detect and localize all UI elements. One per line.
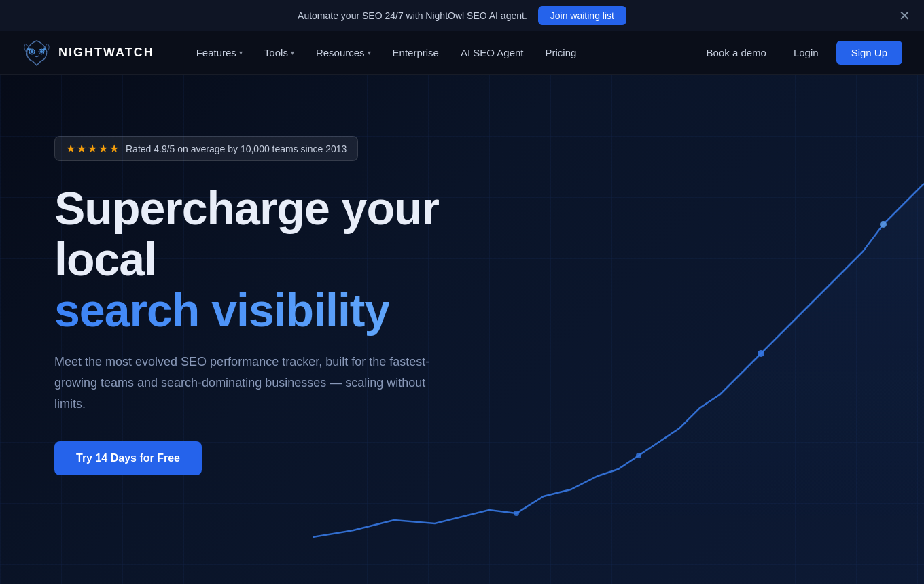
- svg-point-6: [758, 350, 764, 357]
- svg-point-2: [31, 50, 33, 53]
- book-demo-button[interactable]: Book a demo: [697, 41, 776, 64]
- star-3: ★: [88, 142, 97, 155]
- star-2: ★: [77, 142, 86, 155]
- star-4: ★: [99, 142, 108, 155]
- nav-item-enterprise[interactable]: Enterprise: [383, 41, 448, 64]
- hero-title: Supercharge your local search visibility: [54, 183, 530, 335]
- nav-item-resources[interactable]: Resources ▾: [306, 41, 380, 64]
- svg-point-4: [514, 511, 519, 516]
- svg-point-7: [880, 221, 887, 228]
- logo-text: NIGHTWATCH: [58, 46, 154, 60]
- hero-subtitle: Meet the most evolved SEO performance tr…: [54, 351, 448, 414]
- star-1: ★: [66, 142, 75, 155]
- announcement-bar: Automate your SEO 24/7 with NightOwl SEO…: [0, 0, 924, 31]
- nav-right: Book a demo Login Sign Up: [697, 41, 902, 65]
- nav-item-features[interactable]: Features ▾: [187, 41, 252, 64]
- try-free-button[interactable]: Try 14 Days for Free: [54, 441, 202, 475]
- star-5: ★: [109, 142, 119, 155]
- login-button[interactable]: Login: [784, 41, 828, 64]
- rating-text: Rated 4.9/5 on average by 10,000 teams s…: [126, 143, 346, 154]
- signup-button[interactable]: Sign Up: [836, 41, 902, 65]
- chevron-down-icon: ▾: [291, 49, 294, 56]
- logo-link[interactable]: NIGHTWATCH: [22, 38, 154, 68]
- svg-point-5: [636, 453, 641, 458]
- star-rating: ★ ★ ★ ★ ★: [66, 142, 119, 155]
- nav-item-pricing[interactable]: Pricing: [536, 41, 586, 64]
- chevron-down-icon: ▾: [368, 49, 371, 56]
- chevron-down-icon: ▾: [239, 49, 243, 56]
- nav-links: Features ▾ Tools ▾ Resources ▾ Enterpris…: [187, 41, 697, 64]
- hero-section: ★ ★ ★ ★ ★ Rated 4.9/5 on average by 10,0…: [0, 75, 924, 584]
- join-waiting-list-button[interactable]: Join waiting list: [538, 6, 626, 25]
- svg-point-3: [40, 50, 43, 53]
- announcement-text: Automate your SEO 24/7 with NightOwl SEO…: [298, 10, 527, 21]
- close-announcement-button[interactable]: ✕: [899, 9, 910, 22]
- rating-badge: ★ ★ ★ ★ ★ Rated 4.9/5 on average by 10,0…: [54, 136, 358, 161]
- navbar: NIGHTWATCH Features ▾ Tools ▾ Resources …: [0, 31, 924, 75]
- hero-content: ★ ★ ★ ★ ★ Rated 4.9/5 on average by 10,0…: [54, 75, 530, 475]
- hero-title-line1: Supercharge your local: [54, 182, 439, 285]
- nav-item-tools[interactable]: Tools ▾: [255, 41, 304, 64]
- nav-item-ai-seo-agent[interactable]: AI SEO Agent: [451, 41, 533, 64]
- logo-icon: [22, 38, 52, 68]
- hero-title-line2: search visibility: [54, 284, 389, 336]
